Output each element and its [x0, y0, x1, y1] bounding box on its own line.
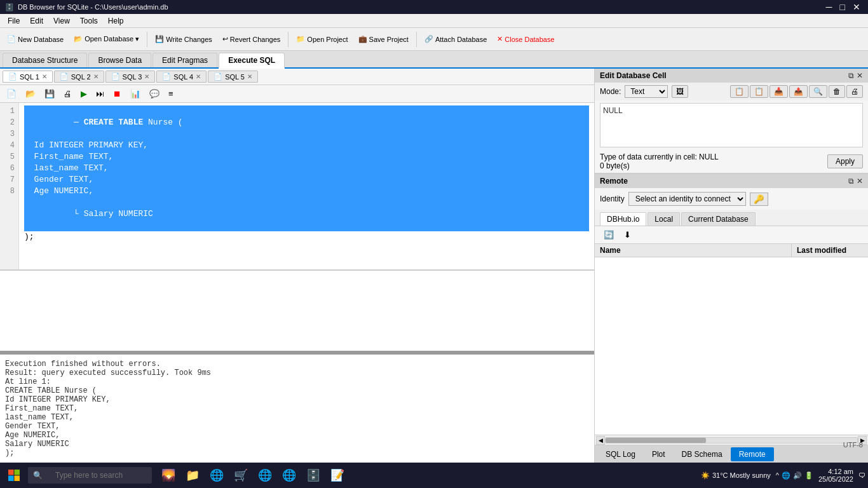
- taskbar-app-store[interactable]: 🛒: [229, 464, 252, 487]
- weather-icon: ☀️: [701, 471, 710, 480]
- remote-panel: Remote ⧉ ✕ Identity Select an identity t…: [595, 174, 868, 445]
- taskbar-app-chrome2[interactable]: 🌐: [278, 464, 301, 487]
- start-button[interactable]: [3, 464, 25, 487]
- taskbar-app-files[interactable]: 📁: [181, 464, 204, 487]
- revert-changes-button[interactable]: ↩ Revert Changes: [218, 32, 285, 46]
- menu-file[interactable]: File: [3, 15, 25, 27]
- edit-db-cell-panel: Edit Database Cell ⧉ ✕ Mode: Text Binary…: [595, 69, 868, 174]
- menu-view[interactable]: View: [48, 15, 75, 27]
- weather-text: 31°C Mostly sunny: [712, 471, 771, 479]
- import-btn[interactable]: 📥: [770, 85, 788, 98]
- bottom-tab-sql-log[interactable]: SQL Log: [597, 447, 644, 461]
- tab-database-structure[interactable]: Database Structure: [3, 53, 87, 67]
- clear-btn[interactable]: 🗑: [829, 85, 845, 98]
- sql-new-btn[interactable]: 📄: [3, 87, 20, 100]
- sql-run-line-btn[interactable]: ⏭: [92, 87, 108, 100]
- system-tray-chevron[interactable]: ^: [776, 471, 779, 479]
- remote-tab-current[interactable]: Current Database: [681, 212, 756, 226]
- menu-tools[interactable]: Tools: [75, 15, 103, 27]
- sql-save-btn[interactable]: 💾: [41, 87, 58, 100]
- bottom-tab-plot[interactable]: Plot: [644, 447, 674, 461]
- taskbar-app-widgets[interactable]: 🌄: [157, 464, 180, 487]
- zoom-btn[interactable]: 🔍: [809, 85, 827, 98]
- minimize-button[interactable]: ─: [824, 2, 835, 12]
- open-project-button[interactable]: 📁 Open Project: [292, 32, 352, 46]
- code-line-3: First_name TEXT,: [24, 151, 589, 163]
- remote-tab-dbhub[interactable]: DBHub.io: [600, 212, 646, 226]
- identity-select[interactable]: Select an identity to connect: [628, 192, 746, 206]
- taskbar-app-chrome1[interactable]: 🌐: [254, 464, 276, 487]
- sql-tab-3-close[interactable]: ✕: [144, 73, 149, 80]
- write-changes-button[interactable]: 💾 Write Changes: [151, 32, 217, 46]
- sql-tab-4-close[interactable]: ✕: [196, 73, 201, 80]
- apply-button[interactable]: Apply: [827, 154, 863, 168]
- sql-tab-1[interactable]: 📄 SQL 1 ✕: [3, 71, 53, 83]
- remote-float-btn[interactable]: ⧉: [848, 177, 854, 186]
- sql-tab-4[interactable]: 📄 SQL 4 ✕: [156, 71, 207, 83]
- volume-icon[interactable]: 🔊: [793, 471, 802, 480]
- remote-close-btn[interactable]: ✕: [857, 177, 863, 186]
- sql-tab-5-close[interactable]: ✕: [247, 73, 252, 80]
- remote-tab-local[interactable]: Local: [648, 212, 680, 226]
- main-toolbar: 📄 New Database 📂 Open Database ▾ 💾 Write…: [0, 28, 868, 51]
- scroll-left-arrow[interactable]: ◀: [596, 436, 605, 445]
- sql-stop-btn[interactable]: ⏹: [109, 87, 125, 100]
- mode-select[interactable]: Text Binary Null Real Integer: [625, 85, 668, 98]
- svg-rect-0: [8, 470, 14, 475]
- export-btn[interactable]: 📤: [789, 85, 808, 98]
- open-database-button[interactable]: 📂 Open Database ▾: [69, 32, 144, 46]
- sql-open-btn[interactable]: 📂: [22, 87, 39, 100]
- identity-action-btn[interactable]: 🔑: [750, 193, 768, 206]
- edit-cell-header: Edit Database Cell ⧉ ✕: [595, 69, 868, 83]
- menu-help[interactable]: Help: [103, 15, 129, 27]
- results-area[interactable]: Execution finished without errors. Resul…: [0, 353, 594, 463]
- sql-tab-2-close[interactable]: ✕: [93, 73, 98, 80]
- taskbar-app-edge[interactable]: 🌐: [205, 464, 228, 487]
- bottom-tab-db-schema[interactable]: DB Schema: [674, 447, 731, 461]
- tab-execute-sql[interactable]: Execute SQL: [219, 53, 285, 69]
- sql-explain-btn[interactable]: 📊: [126, 87, 144, 100]
- close-button[interactable]: ✕: [850, 2, 863, 12]
- sql-align-btn[interactable]: ≡: [165, 87, 177, 100]
- network-icon[interactable]: 🌐: [782, 471, 790, 480]
- sql-run-btn[interactable]: ▶: [77, 87, 91, 100]
- remote-download-btn[interactable]: ⬇: [620, 228, 635, 241]
- code-content[interactable]: ─ CREATE TABLE Nurse ( Id INTEGER PRIMAR…: [19, 103, 594, 269]
- sql-tab-1-close[interactable]: ✕: [42, 73, 47, 80]
- scrollbar-track[interactable]: [605, 437, 858, 444]
- sql-tab-3[interactable]: 📄 SQL 3 ✕: [105, 71, 156, 83]
- sql-tabs: 📄 SQL 1 ✕ 📄 SQL 2 ✕ 📄 SQL 3 ✕ 📄 SQL 4 ✕ …: [0, 69, 594, 85]
- sql-tab-2[interactable]: 📄 SQL 2 ✕: [54, 71, 104, 83]
- taskbar-app-dbrowser[interactable]: 🗄️: [302, 464, 325, 487]
- sql-comment-btn[interactable]: 💬: [146, 87, 163, 100]
- copy-hex-btn[interactable]: 📋: [750, 85, 768, 98]
- maximize-button[interactable]: □: [837, 2, 848, 12]
- attach-database-button[interactable]: 🔗 Attach Database: [420, 32, 491, 46]
- sql-tab-5[interactable]: 📄 SQL 5 ✕: [208, 71, 258, 83]
- menu-edit[interactable]: Edit: [25, 15, 48, 27]
- scrollbar-thumb[interactable]: [606, 438, 706, 443]
- notification-icon[interactable]: 🗨: [858, 471, 865, 479]
- attach-icon: 🔗: [424, 35, 433, 43]
- copy-printable-btn[interactable]: 📋: [730, 85, 749, 98]
- close-database-button[interactable]: ✕ Close Database: [492, 32, 559, 46]
- sql-print-btn[interactable]: 🖨: [60, 87, 76, 100]
- remote-refresh-btn[interactable]: 🔄: [600, 228, 618, 241]
- edit-cell-close-btn[interactable]: ✕: [857, 71, 863, 80]
- print-cell-btn[interactable]: 🖨: [846, 85, 863, 98]
- tab-edit-pragmas[interactable]: Edit Pragmas: [153, 53, 217, 67]
- save-project-button[interactable]: 💼 Save Project: [354, 32, 413, 46]
- sql-code-editor[interactable]: 12345678 ─ CREATE TABLE Nurse ( Id INTEG…: [0, 103, 594, 270]
- remote-file-body[interactable]: [595, 257, 868, 435]
- tab-browse-data[interactable]: Browse Data: [88, 53, 151, 67]
- battery-icon[interactable]: 🔋: [804, 471, 813, 480]
- new-database-button[interactable]: 📄 New Database: [3, 32, 68, 46]
- svg-rect-3: [15, 476, 20, 482]
- edit-cell-float-btn[interactable]: ⧉: [848, 71, 854, 80]
- taskbar-clock[interactable]: 4:12 am 25/05/2022: [818, 468, 853, 483]
- remote-scrollbar[interactable]: ◀ ▶: [595, 435, 868, 445]
- bottom-tab-remote[interactable]: Remote: [731, 447, 774, 461]
- taskbar-search-input[interactable]: [49, 468, 144, 482]
- mode-action-btn[interactable]: 🖼: [672, 85, 688, 98]
- taskbar-app-word[interactable]: 📝: [326, 464, 349, 487]
